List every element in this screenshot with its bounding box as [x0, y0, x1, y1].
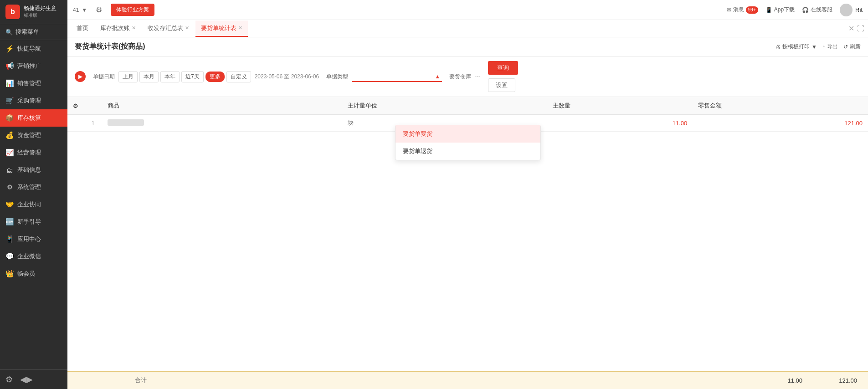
- finance-icon: 💰: [5, 131, 14, 139]
- sidebar-search[interactable]: 🔍 搜索菜单: [0, 24, 67, 40]
- col-index: [84, 97, 102, 115]
- doc-type-select-wrapper: ▲: [352, 72, 442, 82]
- doc-type-dropdown: 要货单要货 要货单退货: [395, 125, 541, 160]
- tab-batch[interactable]: 库存批次账 ✕: [95, 20, 141, 37]
- table-header-row: ⚙ 商品 主计量单位 主数量 零售金额: [67, 97, 868, 115]
- sidebar-label-enterprise: 企业协同: [17, 200, 41, 209]
- tab-expand[interactable]: ⛶: [857, 25, 864, 33]
- date-btn-custom[interactable]: 自定义: [226, 71, 251, 82]
- operations-icon: 📈: [5, 148, 14, 157]
- tab-batch-close[interactable]: ✕: [132, 25, 136, 31]
- sidebar-item-guide[interactable]: 🆕 新手引导: [0, 213, 67, 230]
- export-icon: ↑: [822, 44, 825, 50]
- topbar-gear[interactable]: ⚙: [92, 4, 105, 16]
- filter-bar: ▶ 单据日期 上月 本月 本年 近7天 更多 自定义 2023-05-06 至 …: [67, 56, 868, 97]
- tab-close-all[interactable]: ✕: [848, 24, 854, 33]
- tab-batch-label: 库存批次账: [100, 24, 130, 32]
- headset-icon: 🎧: [802, 7, 809, 13]
- sidebar-item-vip[interactable]: 👑 畅会员: [0, 265, 67, 282]
- filter-actions: 查询 设置: [488, 61, 518, 92]
- set-button[interactable]: 设置: [488, 78, 515, 92]
- online-service-label: 在线客服: [811, 6, 832, 14]
- messages-badge: 99+: [746, 6, 758, 14]
- app-download-label: App下载: [774, 6, 795, 14]
- date-btn-this-month[interactable]: 本月: [139, 71, 159, 82]
- sidebar-item-sales[interactable]: 📊 销售管理: [0, 75, 67, 92]
- print-button[interactable]: 🖨 按模板打印 ▼: [775, 43, 817, 51]
- sidebar-search-label: 搜索菜单: [15, 28, 39, 36]
- messages-action[interactable]: ✉ 消息 99+: [727, 6, 758, 14]
- main-area: 41 ▼ ⚙ 体验行业方案 ✉ 消息 99+ 📱 App下载 🎧 在线客服 Ri…: [67, 0, 868, 389]
- warehouse-filter-group: 要货仓库 ···: [449, 72, 481, 81]
- sidebar-item-marketing[interactable]: 📢 营销推广: [0, 57, 67, 75]
- warehouse-more-icon[interactable]: ···: [475, 72, 481, 81]
- doc-type-input[interactable]: [352, 72, 442, 82]
- sidebar-item-finance[interactable]: 💰 资金管理: [0, 127, 67, 144]
- print-icon: 🖨: [775, 44, 781, 50]
- footer-label: 合计: [108, 376, 147, 384]
- date-range: 2023-05-06 至 2023-06-06: [255, 73, 319, 81]
- app-download-action[interactable]: 📱 App下载: [765, 6, 795, 14]
- sales-icon: 📊: [5, 79, 14, 87]
- doc-type-label: 单据类型: [326, 73, 348, 81]
- settings-icon[interactable]: ⚙: [5, 374, 13, 384]
- basics-icon: 🗂: [5, 166, 14, 174]
- collapse-icon[interactable]: ◀▶: [20, 374, 33, 384]
- tab-receive-label: 收发存汇总表: [148, 24, 183, 32]
- refresh-icon: ↺: [843, 44, 848, 50]
- topbar-actions: ✉ 消息 99+ 📱 App下载 🎧 在线客服 Rit: [727, 4, 863, 16]
- mobile-icon: 📱: [765, 7, 772, 13]
- sidebar-item-operations[interactable]: 📈 经营管理: [0, 144, 67, 161]
- date-btn-7days[interactable]: 近7天: [181, 71, 204, 82]
- sidebar-item-purchase[interactable]: 🛒 采购管理: [0, 92, 67, 109]
- tab-home[interactable]: 首页: [71, 20, 94, 37]
- breadcrumb-num: 41: [73, 7, 79, 13]
- col-unit: 主计量单位: [342, 97, 548, 115]
- doc-type-filter-group: 单据类型 ▲: [326, 72, 442, 82]
- print-chevron: ▼: [812, 44, 817, 50]
- dropdown-item-order-goods[interactable]: 要货单要货: [395, 125, 540, 143]
- sidebar-label-appstore: 应用中心: [17, 235, 41, 243]
- logo-icon: b: [5, 5, 20, 19]
- tab-receive[interactable]: 收发存汇总表 ✕: [142, 20, 195, 37]
- search-icon: 🔍: [5, 29, 13, 36]
- message-icon: ✉: [727, 7, 731, 13]
- avatar: [840, 4, 853, 16]
- filter-expand-btn[interactable]: ▶: [75, 71, 86, 82]
- app-edition: 标准版: [24, 12, 56, 19]
- sidebar-item-basics[interactable]: 🗂 基础信息: [0, 161, 67, 179]
- row-product: [102, 115, 342, 132]
- sidebar-label-inventory: 库存核算: [17, 114, 41, 122]
- tab-order[interactable]: 要货单统计表 ✕: [195, 20, 248, 37]
- user-area[interactable]: Rit: [840, 4, 863, 16]
- sidebar-item-enterprise[interactable]: 🤝 企业协同: [0, 196, 67, 213]
- breadcrumb-arrow: ▼: [82, 7, 87, 13]
- tab-home-label: 首页: [77, 24, 88, 32]
- sidebar-logo: b 畅捷通好生意 标准版: [0, 0, 67, 24]
- date-btn-this-year[interactable]: 本年: [160, 71, 180, 82]
- date-btn-last-month[interactable]: 上月: [118, 71, 138, 82]
- messages-label: 消息: [733, 6, 744, 14]
- sidebar-item-inventory[interactable]: 📦 库存核算: [0, 109, 67, 127]
- user-name: Rit: [855, 6, 863, 13]
- refresh-button[interactable]: ↺ 刷新: [843, 43, 861, 51]
- date-btn-more[interactable]: 更多: [205, 72, 225, 82]
- wechat-icon: 💬: [5, 252, 14, 261]
- col-amount: 零售金额: [693, 97, 868, 115]
- dropdown-item-order-return[interactable]: 要货单退货: [395, 143, 540, 160]
- tab-receive-close[interactable]: ✕: [185, 25, 189, 31]
- sidebar-item-quick-nav[interactable]: ⚡ 快捷导航: [0, 40, 67, 57]
- sidebar-item-appstore[interactable]: 📱 应用中心: [0, 230, 67, 248]
- system-icon: ⚙: [5, 183, 14, 191]
- sidebar-label-finance: 资金管理: [17, 131, 41, 139]
- online-service-action[interactable]: 🎧 在线客服: [802, 6, 832, 14]
- trial-button[interactable]: 体验行业方案: [111, 4, 154, 16]
- query-button[interactable]: 查询: [488, 61, 518, 75]
- sidebar-items: ⚡ 快捷导航 📢 营销推广 📊 销售管理 🛒 采购管理 📦 库存核算 💰 资金管…: [0, 40, 67, 369]
- tab-order-close[interactable]: ✕: [238, 25, 242, 31]
- export-button[interactable]: ↑ 导出: [822, 43, 838, 51]
- sidebar-item-wechat[interactable]: 💬 企业微信: [0, 248, 67, 265]
- col-settings[interactable]: ⚙: [67, 97, 84, 115]
- sidebar-item-system[interactable]: ⚙ 系统管理: [0, 179, 67, 196]
- enterprise-icon: 🤝: [5, 200, 14, 209]
